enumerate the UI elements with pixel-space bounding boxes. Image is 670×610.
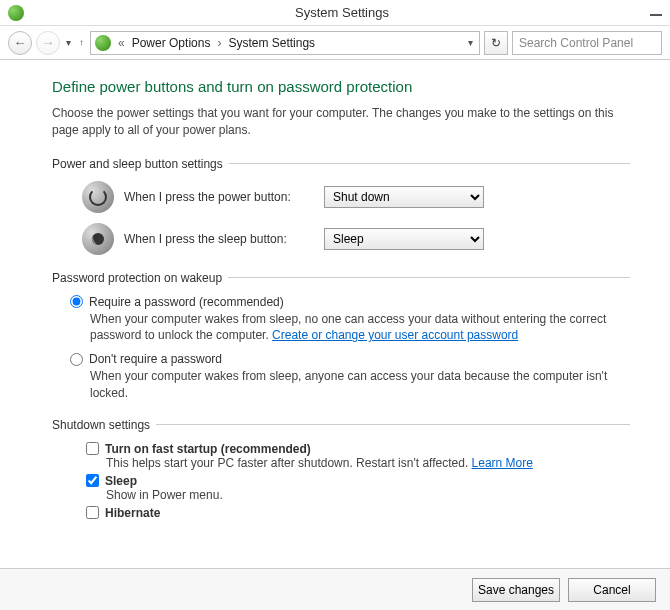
title-bar: System Settings (0, 0, 670, 26)
sleep-icon (82, 223, 114, 255)
footer-bar: Save changes Cancel (0, 568, 670, 610)
save-button[interactable]: Save changes (472, 578, 560, 602)
radio-label: Don't require a password (89, 352, 222, 366)
minimize-icon[interactable] (650, 14, 662, 16)
checkbox-label: Hibernate (105, 506, 160, 520)
checkbox-hibernate-input[interactable] (86, 506, 99, 519)
cancel-button[interactable]: Cancel (568, 578, 656, 602)
radio-no-password: Don't require a password When your compu… (70, 352, 630, 402)
checkbox-sleep: Sleep Show in Power menu. (86, 474, 630, 502)
chevron-down-icon[interactable]: ▾ (466, 37, 475, 48)
radio-description: When your computer wakes from sleep, any… (90, 368, 630, 402)
forward-button[interactable]: → (36, 31, 60, 55)
back-crumb-icon[interactable]: « (115, 36, 128, 50)
recent-chevron-icon[interactable]: ▾ (64, 37, 73, 48)
sleep-button-select[interactable]: Sleep (324, 228, 484, 250)
address-bar[interactable]: « Power Options › System Settings ▾ (90, 31, 480, 55)
power-button-row: When I press the power button: Shut down (82, 181, 630, 213)
crumb-sep-icon: › (214, 36, 224, 50)
breadcrumb[interactable]: System Settings (228, 36, 315, 50)
radio-require-password-input[interactable] (70, 295, 83, 308)
power-button-select[interactable]: Shut down (324, 186, 484, 208)
checkbox-sleep-input[interactable] (86, 474, 99, 487)
back-button[interactable]: ← (8, 31, 32, 55)
page-subtext: Choose the power settings that you want … (52, 105, 630, 139)
search-placeholder: Search Control Panel (519, 36, 633, 50)
breadcrumb[interactable]: Power Options (132, 36, 211, 50)
app-icon (8, 5, 24, 21)
checkbox-label: Sleep (105, 474, 137, 488)
up-button[interactable]: ↑ (77, 37, 86, 48)
section-header-shutdown: Shutdown settings (52, 418, 630, 432)
nav-bar: ← → ▾ ↑ « Power Options › System Setting… (0, 26, 670, 60)
window-controls (650, 10, 662, 16)
radio-require-password: Require a password (recommended) When yo… (70, 295, 630, 345)
radio-no-password-input[interactable] (70, 353, 83, 366)
change-password-link[interactable]: Create or change your user account passw… (272, 328, 518, 342)
radio-label: Require a password (recommended) (89, 295, 284, 309)
content-area: Define power buttons and turn on passwor… (0, 60, 670, 568)
refresh-button[interactable]: ↻ (484, 31, 508, 55)
section-header-power: Power and sleep button settings (52, 157, 630, 171)
page-title: Define power buttons and turn on passwor… (52, 78, 630, 95)
learn-more-link[interactable]: Learn More (472, 456, 533, 470)
checkbox-fast-startup: Turn on fast startup (recommended) This … (86, 442, 630, 470)
sleep-button-row: When I press the sleep button: Sleep (82, 223, 630, 255)
radio-description: When your computer wakes from sleep, no … (90, 311, 630, 345)
checkbox-fast-startup-input[interactable] (86, 442, 99, 455)
search-input[interactable]: Search Control Panel (512, 31, 662, 55)
window-title: System Settings (34, 5, 650, 20)
power-icon (82, 181, 114, 213)
checkbox-description: Show in Power menu. (106, 488, 630, 502)
checkbox-label: Turn on fast startup (recommended) (105, 442, 311, 456)
checkbox-description: This helps start your PC faster after sh… (106, 456, 630, 470)
location-icon (95, 35, 111, 51)
power-button-label: When I press the power button: (124, 190, 314, 204)
sleep-button-label: When I press the sleep button: (124, 232, 314, 246)
checkbox-hibernate: Hibernate (86, 506, 630, 520)
section-header-password: Password protection on wakeup (52, 271, 630, 285)
